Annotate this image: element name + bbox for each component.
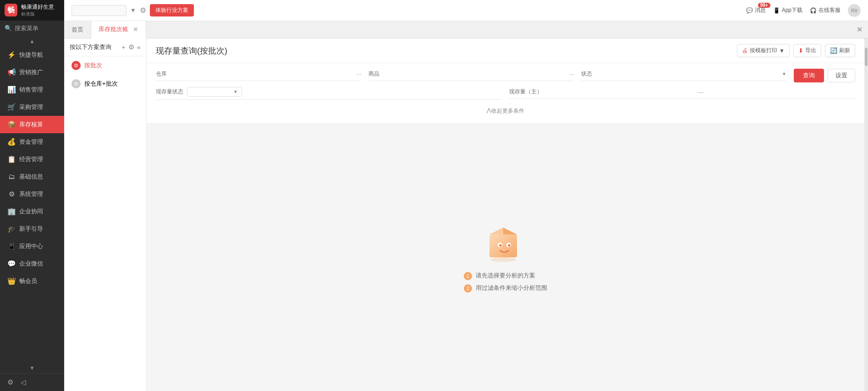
svg-point-5 [500,244,502,247]
finance-icon: 💰 [7,138,16,146]
sidebar-footer: ⚙ ◁ [0,373,64,391]
goods-more-btn[interactable]: ··· [569,71,574,77]
add-scheme-btn[interactable]: + [121,43,126,51]
collapse-icon: ⋀ [487,107,491,115]
scroll-down-btn[interactable]: ▼ [0,363,64,373]
appstore-icon: 📱 [7,242,16,250]
sidebar-item-finance[interactable]: 💰 资金管理 [0,133,64,151]
page-header-actions: 🖨 按模板打印 ▼ ⬇ 导出 🔄 刷新 [737,44,855,57]
empty-step-2: 2 用过滤条件来缩小分析范围 [464,284,547,293]
warehouse-field: 仓库 ··· [156,70,361,81]
scheme-by-warehouse-batch[interactable]: ⚙ 按仓库+批次 [64,75,146,93]
message-btn[interactable]: 💬 消息 99+ [746,6,766,14]
status-input[interactable] [596,71,780,77]
filter-row-1: 仓库 ··· 商品 ··· 状态 ▼ 查询 [156,69,855,82]
basic-icon: 🗂 [7,173,16,181]
data-area: 1 请先选择要分析的方案 2 用过滤条件来缩小分析范围 [147,124,864,391]
weixin-icon: 💬 [7,260,16,268]
collapse-sidebar-icon[interactable]: ◁ [21,378,26,386]
user-avatar[interactable]: Rit [848,4,861,17]
online-service-btn[interactable]: 🎧 在线客服 [810,6,841,14]
scheme-by-batch[interactable]: ⚙ 按批次 [64,56,146,75]
print-btn[interactable]: 🖨 按模板打印 ▼ [737,44,790,57]
scroll-up-icon[interactable]: ▲ [29,38,35,44]
tabbar: 首页 库存批次账 ✕ ✕ [64,21,868,38]
system-icon: ⚙ [7,190,16,198]
guide-icon: 🎓 [7,225,16,233]
collapse-btn[interactable]: ⋀ 收起更多条件 [156,104,855,118]
tab-close-inventory-batch[interactable]: ✕ [133,26,138,33]
topbar: ▼ ⚙ 体验行业方案 💬 消息 99+ 📱 App下载 🎧 在线客服 Rit [64,0,868,21]
collapse-panel-icon[interactable]: « [137,43,141,51]
sidebar-logo: 畅 [5,4,17,16]
svg-point-6 [508,244,511,247]
empty-state: 1 请先选择要分析的方案 2 用过滤条件来缩小分析范围 [464,218,547,296]
svg-rect-0 [489,234,517,257]
main-area: ▼ ⚙ 体验行业方案 💬 消息 99+ 📱 App下载 🎧 在线客服 Rit [64,0,868,391]
sidebar-item-quick-nav[interactable]: ⚡ 快捷导航 [0,46,64,64]
sidebar-item-marketing[interactable]: 📢 营销推广 [0,64,64,81]
sidebar-item-weixin[interactable]: 💬 企业微信 [0,255,64,272]
tab-inventory-batch[interactable]: 库存批次账 ✕ [91,21,146,38]
sidebar-item-purchase[interactable]: 🛒 采购管理 [0,98,64,116]
left-panel: 按以下方案查询 + ⚙ « ⚙ 按批次 ⚙ 按仓库+批次 [64,38,147,391]
topbar-dropdown-btn[interactable]: ▼ [130,7,136,14]
headset-icon: 🎧 [810,7,817,14]
sidebar-item-enterprise[interactable]: 🏢 企业协同 [0,203,64,220]
scheme-icon-warehouse-batch: ⚙ [71,79,81,88]
scroll-down-icon[interactable]: ▼ [29,365,35,371]
inventory-qty-min-input[interactable] [546,89,698,95]
message-badge: 99+ [758,3,770,8]
inventory-qty-max-input[interactable] [704,89,856,95]
app-download-btn[interactable]: 📱 App下载 [773,6,802,14]
sidebar-item-inventory[interactable]: 📦 库存核算 [0,116,64,133]
marketing-icon: 📢 [7,68,16,76]
right-scrollbar-thumb [865,48,868,66]
sidebar-item-operation[interactable]: 📋 经营管理 [0,151,64,168]
inventory-status-dropdown-icon: ▼ [233,89,238,94]
scroll-up-btn[interactable]: ▲ [0,36,64,46]
sidebar-search[interactable]: 🔍 搜索菜单 [0,21,64,36]
filter-area: 仓库 ··· 商品 ··· 状态 ▼ 查询 [147,63,864,124]
sidebar-item-basic[interactable]: 🗂 基础信息 [0,168,64,185]
left-panel-header: 按以下方案查询 + ⚙ « [64,38,146,56]
right-scrollbar[interactable] [864,38,868,391]
topbar-gear-icon[interactable]: ⚙ [140,6,146,15]
filter-row-2: 现存量状态 ▼ 现存量（主） — [156,87,855,100]
status-field: 状态 ▼ [581,70,786,81]
topbar-search-input[interactable] [71,5,126,16]
status-dropdown-icon[interactable]: ▼ [782,71,786,76]
sidebar-item-guide[interactable]: 🎓 新手引导 [0,220,64,238]
refresh-icon: 🔄 [830,47,837,54]
sidebar-item-system[interactable]: ⚙ 系统管理 [0,185,64,203]
enterprise-icon: 🏢 [7,207,16,216]
tabbar-close-btn[interactable]: ✕ [851,21,868,38]
settings-icon[interactable]: ⚙ [7,378,13,386]
quick-nav-icon: ⚡ [7,51,16,59]
inventory-status-select[interactable]: ▼ [187,87,242,97]
goods-field: 商品 ··· [368,70,574,81]
step-2-num: 2 [464,284,472,293]
refresh-btn[interactable]: 🔄 刷新 [825,44,855,57]
sidebar-item-appstore[interactable]: 📱 应用中心 [0,238,64,255]
warehouse-input[interactable] [170,71,355,77]
sidebar-brand: 畅康通好生意 标准版 [21,4,54,17]
set-btn[interactable]: 设置 [828,69,855,82]
query-btn[interactable]: 查询 [794,69,824,82]
step-1-num: 1 [464,272,472,280]
right-panel: 现存量查询(按批次) 🖨 按模板打印 ▼ ⬇ 导出 🔄 刷新 [147,38,864,391]
print-dropdown-icon[interactable]: ▼ [779,48,785,54]
sidebar-item-sales[interactable]: 📊 销售管理 [0,81,64,98]
warehouse-more-btn[interactable]: ··· [357,71,361,77]
empty-icon [483,218,528,264]
tab-home[interactable]: 首页 [64,21,91,38]
purchase-icon: 🛒 [7,103,16,111]
scheme-settings-icon[interactable]: ⚙ [128,43,134,51]
export-btn[interactable]: ⬇ 导出 [793,44,821,57]
content-area: 按以下方案查询 + ⚙ « ⚙ 按批次 ⚙ 按仓库+批次 [64,38,868,391]
goods-input[interactable] [383,71,567,77]
sidebar-nav: ⚡ 快捷导航 📢 营销推广 📊 销售管理 🛒 采购管理 📦 库存核算 💰 资金管… [0,46,64,363]
svg-marker-2 [503,228,517,234]
experience-btn[interactable]: 体验行业方案 [150,4,194,16]
sidebar-item-member[interactable]: 👑 畅会员 [0,272,64,290]
